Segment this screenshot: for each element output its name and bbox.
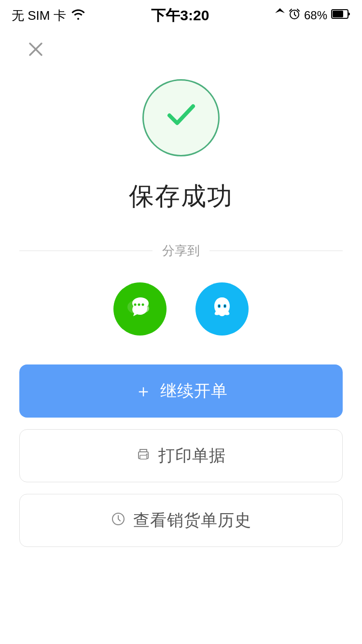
svg-point-6 [134,304,137,306]
success-indicator [142,79,220,156]
plus-icon: ＋ [135,379,153,403]
print-button[interactable]: 打印单据 [19,429,343,482]
status-time: 下午3:20 [151,6,209,26]
svg-point-12 [224,305,226,307]
continue-button[interactable]: ＋ 继续开单 [19,364,343,418]
history-button[interactable]: 查看销货单历史 [19,494,343,547]
svg-point-15 [146,453,148,455]
alarm-icon [289,8,300,23]
share-divider: 分享到 [19,242,343,259]
svg-rect-2 [333,11,343,17]
status-bar: 无 SIM 卡 下午3:20 68% [0,0,362,31]
location-icon [275,8,285,23]
share-section: 分享到 [0,242,362,336]
qq-share-button[interactable] [195,282,249,336]
share-label: 分享到 [162,242,200,259]
history-label: 查看销货单历史 [133,509,251,532]
svg-point-7 [138,304,140,306]
battery-percentage: 68% [304,9,327,22]
battery-icon [331,9,350,22]
action-buttons: ＋ 继续开单 打印单据 查看销货单历史 [0,364,362,547]
svg-point-8 [142,304,144,306]
print-label: 打印单据 [158,445,226,467]
wifi-icon [71,8,85,23]
checkmark-icon [161,94,202,141]
status-left: 无 SIM 卡 [12,7,85,24]
sim-status: 无 SIM 卡 [12,7,66,24]
history-icon [111,512,125,530]
close-button[interactable] [23,37,48,62]
main-content: 保存成功 分享到 [0,31,362,547]
status-right: 68% [275,8,350,23]
wechat-share-button[interactable] [113,282,167,336]
continue-label: 继续开单 [160,380,228,402]
printer-icon [136,448,151,464]
share-icons [19,282,343,336]
svg-point-11 [219,305,220,307]
success-title: 保存成功 [129,180,233,213]
svg-rect-14 [140,455,147,459]
